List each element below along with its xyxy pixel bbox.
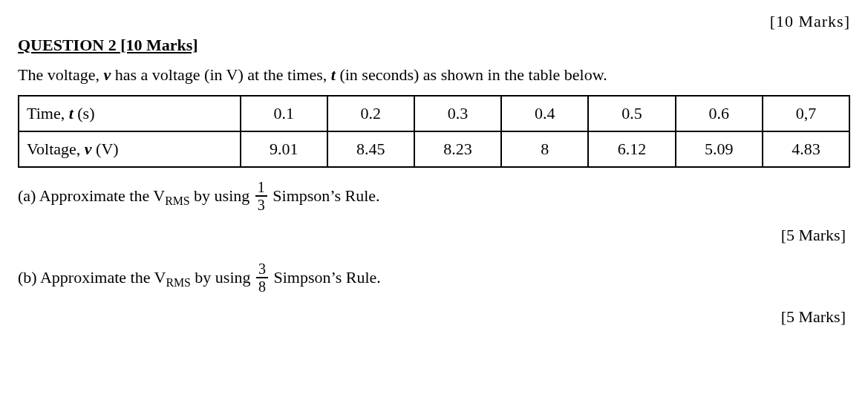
fraction-denominator: 8 (256, 278, 268, 294)
part-text: Simpson’s Rule. (269, 186, 380, 205)
row-label-time: Time, t (s) (19, 96, 241, 131)
cell-time: 0.1 (241, 96, 327, 131)
part-text: by using (190, 186, 254, 205)
prompt-text: The voltage, (18, 65, 103, 84)
part-a: (a) Approximate the VRMS by using 13 Sim… (18, 181, 850, 214)
cell-time: 0.6 (676, 96, 763, 131)
row-label-voltage: Voltage, v (V) (19, 131, 241, 167)
cell-voltage: 9.01 (241, 131, 327, 167)
label-text: Voltage, (27, 140, 85, 158)
fraction-denominator: 3 (255, 197, 267, 212)
fraction-numerator: 1 (255, 180, 267, 197)
fraction-one-third: 13 (255, 180, 267, 212)
part-b: (b) Approximate the VRMS by using 38 Sim… (18, 263, 850, 295)
table-row: Time, t (s) 0.1 0.2 0.3 0.4 0.5 0.6 0,7 (19, 96, 849, 131)
part-label: (a) Approximate the V (18, 186, 165, 205)
label-text: (s) (74, 104, 95, 122)
vrms-subscript: RMS (165, 194, 189, 207)
label-text: (V) (92, 140, 119, 158)
cell-time: 0.3 (414, 96, 501, 131)
vrms-subscript: RMS (166, 276, 190, 289)
cell-voltage: 8.23 (414, 131, 501, 167)
part-text: Simpson’s Rule. (270, 268, 381, 287)
prompt-text: has a voltage (in V) at the times, (111, 65, 331, 84)
cell-voltage: 4.83 (763, 131, 849, 167)
part-label: (b) Approximate the V (18, 268, 166, 287)
marks-a: [5 Marks] (18, 226, 846, 245)
cell-voltage: 5.09 (676, 131, 763, 167)
data-table: Time, t (s) 0.1 0.2 0.3 0.4 0.5 0.6 0,7 … (18, 95, 850, 168)
table-row: Voltage, v (V) 9.01 8.45 8.23 8 6.12 5.0… (19, 131, 849, 167)
cell-time: 0.2 (327, 96, 414, 131)
cell-voltage: 6.12 (588, 131, 675, 167)
cell-voltage: 8 (501, 131, 588, 167)
label-text: Time, (27, 104, 69, 122)
cell-voltage: 8.45 (327, 131, 414, 167)
prompt-text: (in seconds) as shown in the table below… (336, 65, 607, 84)
marks-b: [5 Marks] (18, 307, 846, 327)
var-v: v (103, 65, 111, 84)
cell-time: 0.4 (501, 96, 588, 131)
fraction-numerator: 3 (256, 261, 268, 278)
fraction-three-eighths: 38 (256, 261, 268, 294)
page-header-fragment: [10 Marks] (18, 12, 850, 31)
question-prompt: The voltage, v has a voltage (in V) at t… (18, 65, 850, 85)
cell-time: 0.5 (588, 96, 675, 131)
var-v: v (85, 140, 92, 158)
cell-time: 0,7 (763, 96, 849, 131)
part-text: by using (191, 268, 255, 287)
question-title: QUESTION 2 [10 Marks] (18, 36, 850, 55)
